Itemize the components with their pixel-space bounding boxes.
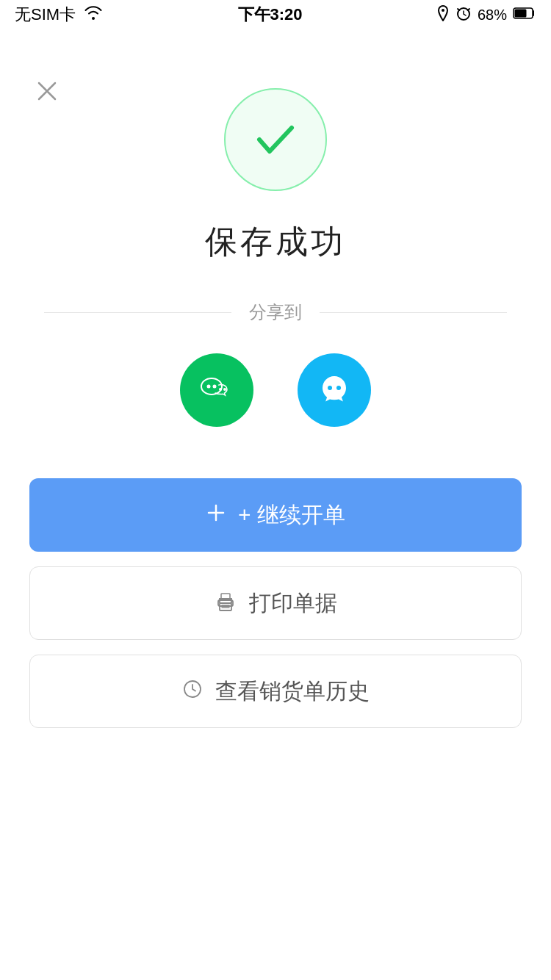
svg-point-6: [201, 378, 222, 394]
svg-point-7: [207, 385, 211, 389]
svg-rect-16: [221, 594, 230, 599]
continue-label: + 继续开单: [238, 500, 345, 530]
battery-percent: 68%: [478, 7, 507, 24]
action-buttons: + 继续开单 打印单据: [0, 478, 551, 728]
printer-icon: [214, 590, 237, 617]
success-title: 保存成功: [205, 220, 346, 264]
svg-point-9: [219, 388, 222, 391]
qq-share-button[interactable]: [298, 353, 371, 427]
history-icon: [181, 678, 204, 705]
share-icons: [180, 353, 371, 427]
svg-point-8: [213, 385, 217, 389]
status-left: 无SIM卡: [15, 4, 104, 26]
share-divider: 分享到: [0, 300, 551, 324]
svg-point-20: [230, 602, 232, 604]
continue-button[interactable]: + 继续开单: [29, 478, 522, 552]
wechat-share-button[interactable]: [180, 353, 253, 427]
alarm-icon: [455, 5, 472, 25]
print-label: 打印单据: [249, 588, 337, 619]
success-icon-circle: [224, 88, 327, 191]
divider-line-left: [44, 312, 231, 313]
main-content: 保存成功 分享到: [0, 29, 551, 980]
svg-point-12: [336, 386, 341, 390]
close-button[interactable]: [29, 73, 65, 109]
history-button[interactable]: 查看销货单历史: [29, 655, 522, 728]
status-bar: 无SIM卡 下午3:20 68%: [0, 0, 551, 29]
svg-point-10: [223, 388, 226, 391]
carrier-text: 无SIM卡: [15, 4, 76, 26]
wifi-icon: [83, 5, 104, 24]
divider-line-right: [320, 312, 507, 313]
svg-point-11: [328, 386, 332, 390]
status-time: 下午3:20: [238, 4, 303, 26]
svg-rect-15: [220, 603, 231, 610]
print-button[interactable]: 打印单据: [29, 566, 522, 640]
plus-icon: [206, 502, 226, 528]
svg-rect-3: [514, 9, 526, 17]
history-label: 查看销货单历史: [215, 677, 370, 707]
svg-point-0: [442, 9, 444, 12]
status-right: 68%: [436, 5, 536, 25]
share-label: 分享到: [231, 300, 320, 324]
battery-icon: [513, 7, 536, 24]
location-icon: [436, 5, 450, 25]
